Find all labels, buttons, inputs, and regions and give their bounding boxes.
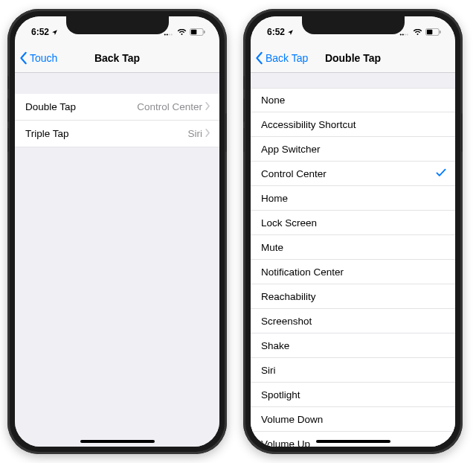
back-label: Touch (30, 52, 57, 64)
nav-bar: Back Tap Double Tap (251, 43, 455, 73)
checkmark-icon (436, 167, 446, 180)
row-triple-tap[interactable]: Triple Tap Siri (15, 121, 219, 147)
option-label: Control Center (261, 168, 436, 179)
option-row-siri[interactable]: Siri (251, 358, 455, 383)
home-indicator[interactable] (80, 440, 155, 443)
content-left: Double Tap Control Center Triple Tap Sir… (15, 73, 219, 447)
svg-rect-12 (427, 30, 433, 35)
option-row-notification-center[interactable]: Notification Center (251, 260, 455, 284)
volume-down-button (243, 128, 245, 152)
option-label: Accessibility Shortcut (261, 119, 446, 130)
volume-up-button (7, 98, 9, 122)
nav-bar: Touch Back Tap (15, 43, 219, 73)
chevron-left-icon (19, 51, 28, 65)
screen-left: 6:52 Touch Back Tap Double Tap Control C… (15, 16, 219, 447)
status-time: 6:52 (267, 27, 285, 37)
option-label: App Switcher (261, 144, 446, 155)
row-label: Double Tap (25, 101, 137, 112)
back-label: Back Tap (266, 52, 308, 64)
battery-icon (425, 28, 442, 36)
row-value: Control Center (137, 101, 202, 112)
svg-point-2 (169, 33, 170, 35)
phone-right: 6:52 Back Tap Double Tap NoneAccessibili… (243, 9, 463, 454)
silence-switch (243, 76, 245, 89)
option-row-screenshot[interactable]: Screenshot (251, 309, 455, 333)
notch (302, 16, 405, 34)
options-list: NoneAccessibility ShortcutApp SwitcherCo… (251, 88, 455, 447)
option-row-accessibility-shortcut[interactable]: Accessibility Shortcut (251, 112, 455, 137)
silence-switch (7, 76, 9, 89)
option-label: Lock Screen (261, 217, 446, 229)
option-row-app-switcher[interactable]: App Switcher (251, 137, 455, 162)
chevron-right-icon (205, 101, 210, 112)
option-row-volume-up[interactable]: Volume Up (251, 432, 455, 447)
option-label: Mute (261, 242, 446, 253)
row-value: Siri (188, 128, 203, 139)
volume-down-button (7, 128, 9, 152)
home-indicator[interactable] (316, 440, 390, 443)
option-row-home[interactable]: Home (251, 186, 455, 211)
option-row-volume-down[interactable]: Volume Down (251, 407, 455, 432)
volume-up-button (243, 98, 245, 122)
option-row-control-center[interactable]: Control Center (251, 162, 455, 186)
row-label: Triple Tap (25, 128, 188, 139)
svg-point-9 (405, 33, 406, 35)
status-left: 6:52 (267, 27, 294, 37)
location-icon (287, 29, 294, 36)
svg-point-1 (167, 33, 168, 35)
option-row-spotlight[interactable]: Spotlight (251, 383, 455, 407)
svg-rect-5 (191, 30, 197, 35)
notch (66, 16, 169, 34)
option-label: Spotlight (261, 389, 446, 400)
back-button[interactable]: Back Tap (251, 51, 308, 65)
option-row-mute[interactable]: Mute (251, 235, 455, 260)
option-label: Notification Center (261, 266, 446, 278)
option-label: Screenshot (261, 316, 446, 327)
status-left: 6:52 (31, 27, 58, 37)
battery-icon (190, 28, 206, 36)
option-row-shake[interactable]: Shake (251, 333, 455, 358)
option-row-reachability[interactable]: Reachability (251, 284, 455, 309)
status-right (164, 28, 206, 36)
option-label: Home (261, 193, 446, 204)
svg-rect-13 (440, 31, 441, 33)
group-gap (15, 73, 219, 94)
option-label: None (261, 95, 446, 106)
option-label: Reachability (261, 291, 446, 302)
svg-point-7 (400, 33, 402, 35)
location-icon (51, 29, 58, 36)
power-button (225, 113, 227, 152)
option-label: Shake (261, 340, 446, 351)
svg-point-3 (171, 33, 173, 35)
phone-left: 6:52 Touch Back Tap Double Tap Control C… (7, 9, 227, 454)
content-right[interactable]: NoneAccessibility ShortcutApp SwitcherCo… (251, 73, 455, 447)
svg-point-10 (407, 33, 408, 35)
svg-point-0 (164, 33, 166, 35)
back-button[interactable]: Touch (15, 51, 57, 65)
wifi-icon (177, 29, 187, 36)
row-double-tap[interactable]: Double Tap Control Center (15, 94, 219, 121)
screen-right: 6:52 Back Tap Double Tap NoneAccessibili… (251, 16, 455, 447)
chevron-right-icon (205, 128, 210, 139)
wifi-icon (413, 29, 422, 36)
power-button (461, 113, 463, 152)
svg-rect-6 (204, 31, 205, 33)
option-row-lock-screen[interactable]: Lock Screen (251, 211, 455, 235)
option-label: Volume Down (261, 414, 446, 425)
option-label: Siri (261, 365, 446, 376)
status-time: 6:52 (31, 27, 49, 37)
chevron-left-icon (255, 51, 264, 65)
svg-point-8 (402, 33, 404, 35)
group-gap (251, 73, 455, 88)
option-row-none[interactable]: None (251, 88, 455, 112)
status-right (399, 28, 442, 36)
